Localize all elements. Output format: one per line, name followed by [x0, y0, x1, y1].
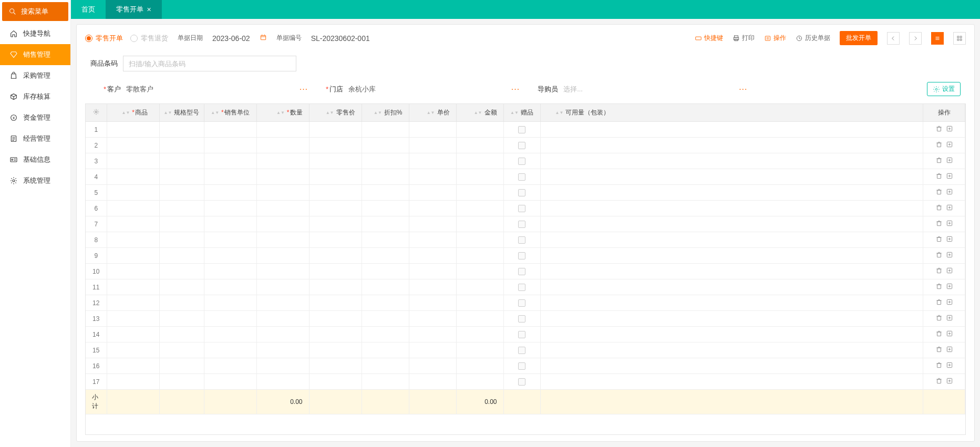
search-menu-button[interactable]: 搜索菜单 [2, 2, 68, 21]
table-row[interactable]: 11 [86, 279, 965, 295]
sidebar-item-list[interactable]: 经营管理 [0, 128, 70, 149]
shortcut-button[interactable]: 快捷键 [695, 34, 723, 43]
gift-checkbox-cell[interactable] [503, 216, 540, 232]
table-row[interactable]: 4 [86, 169, 965, 185]
store-value[interactable]: 余杭小库 [348, 85, 376, 94]
th-available[interactable]: ▲▼可用量（包装） [540, 104, 923, 122]
operate-button[interactable]: 操作 [764, 34, 786, 43]
delete-row-button[interactable] [934, 172, 944, 181]
add-row-button[interactable] [944, 346, 955, 355]
tab[interactable]: 首页 [71, 0, 106, 19]
table-row[interactable]: 16 [86, 358, 965, 374]
grid-view-button[interactable] [953, 32, 966, 45]
customer-value[interactable]: 零散客户 [126, 85, 153, 94]
delete-row-button[interactable] [934, 361, 944, 370]
add-row-button[interactable] [944, 188, 955, 197]
radio-retail-open[interactable]: 零售开单 [85, 34, 123, 43]
add-row-button[interactable] [944, 157, 955, 165]
list-view-button[interactable] [931, 32, 944, 45]
gift-checkbox-cell[interactable] [503, 185, 540, 201]
sidebar-item-card[interactable]: 基础信息 [0, 149, 70, 170]
gift-checkbox-cell[interactable] [503, 311, 540, 327]
sidebar-item-gear[interactable]: 系统管理 [0, 170, 70, 191]
table-row[interactable]: 1 [86, 122, 965, 138]
delete-row-button[interactable] [934, 283, 944, 292]
gift-checkbox-cell[interactable] [503, 153, 540, 169]
th-product[interactable]: ▲▼*商品 [107, 104, 159, 122]
gift-checkbox-cell[interactable] [503, 374, 540, 390]
barcode-input[interactable] [123, 56, 296, 71]
add-row-button[interactable] [944, 361, 955, 370]
sidebar-item-home[interactable]: 快捷导航 [0, 23, 70, 44]
table-row[interactable]: 8 [86, 232, 965, 248]
gift-checkbox-cell[interactable] [503, 248, 540, 264]
store-picker-button[interactable]: ··· [509, 85, 522, 94]
delete-row-button[interactable] [934, 377, 944, 386]
gift-checkbox-cell[interactable] [503, 169, 540, 185]
delete-row-button[interactable] [934, 267, 944, 276]
table-row[interactable]: 9 [86, 248, 965, 264]
add-row-button[interactable] [944, 141, 955, 150]
delete-row-button[interactable] [934, 141, 944, 150]
guide-input[interactable] [563, 82, 737, 96]
calendar-icon[interactable] [260, 34, 267, 43]
gift-checkbox-cell[interactable] [503, 201, 540, 216]
gift-checkbox-cell[interactable] [503, 279, 540, 295]
gift-checkbox-cell[interactable] [503, 358, 540, 374]
th-spec[interactable]: ▲▼规格型号 [159, 104, 204, 122]
delete-row-button[interactable] [934, 330, 944, 339]
add-row-button[interactable] [944, 220, 955, 228]
close-icon[interactable]: ✕ [147, 6, 151, 13]
table-row[interactable]: 3 [86, 153, 965, 169]
guide-picker-button[interactable]: ··· [737, 85, 749, 94]
prev-button[interactable] [887, 32, 900, 45]
gift-checkbox-cell[interactable] [503, 232, 540, 248]
add-row-button[interactable] [944, 298, 955, 307]
table-row[interactable]: 15 [86, 342, 965, 358]
th-sale-unit[interactable]: ▲▼*销售单位 [204, 104, 256, 122]
sidebar-item-coin[interactable]: ¥资金管理 [0, 107, 70, 128]
gift-checkbox-cell[interactable] [503, 264, 540, 279]
add-row-button[interactable] [944, 267, 955, 276]
gift-checkbox-cell[interactable] [503, 122, 540, 138]
th-unit-price[interactable]: ▲▼单价 [409, 104, 456, 122]
delete-row-button[interactable] [934, 188, 944, 197]
radio-retail-return[interactable]: 零售退货 [130, 34, 168, 43]
doc-date-value[interactable]: 2023-06-02 [212, 34, 250, 43]
gift-checkbox-cell[interactable] [503, 138, 540, 153]
table-row[interactable]: 13 [86, 311, 965, 327]
gift-checkbox-cell[interactable] [503, 295, 540, 311]
delete-row-button[interactable] [934, 314, 944, 323]
table-row[interactable]: 17 [86, 374, 965, 390]
tab[interactable]: 零售开单✕ [106, 0, 162, 19]
customer-picker-button[interactable]: ··· [297, 85, 310, 94]
th-retail-price[interactable]: ▲▼零售价 [309, 104, 362, 122]
add-row-button[interactable] [944, 235, 955, 244]
add-row-button[interactable] [944, 330, 955, 339]
th-discount[interactable]: ▲▼折扣% [362, 104, 409, 122]
sidebar-item-box[interactable]: 库存核算 [0, 86, 70, 107]
table-row[interactable]: 12 [86, 295, 965, 311]
th-settings[interactable] [86, 104, 107, 122]
print-button[interactable]: 打印 [733, 34, 755, 43]
gift-checkbox-cell[interactable] [503, 327, 540, 342]
delete-row-button[interactable] [934, 346, 944, 355]
add-row-button[interactable] [944, 172, 955, 181]
add-row-button[interactable] [944, 283, 955, 292]
sidebar-item-bag[interactable]: 采购管理 [0, 65, 70, 86]
add-row-button[interactable] [944, 314, 955, 323]
th-amount[interactable]: ▲▼金额 [456, 104, 503, 122]
add-row-button[interactable] [944, 125, 955, 134]
delete-row-button[interactable] [934, 298, 944, 307]
delete-row-button[interactable] [934, 220, 944, 228]
table-row[interactable]: 7 [86, 216, 965, 232]
history-button[interactable]: 历史单据 [796, 34, 830, 43]
table-row[interactable]: 6 [86, 201, 965, 216]
delete-row-button[interactable] [934, 235, 944, 244]
th-qty[interactable]: ▲▼*数量 [256, 104, 309, 122]
add-row-button[interactable] [944, 204, 955, 213]
settings-button[interactable]: 设置 [927, 82, 961, 96]
delete-row-button[interactable] [934, 204, 944, 213]
table-row[interactable]: 10 [86, 264, 965, 279]
table-row[interactable]: 5 [86, 185, 965, 201]
